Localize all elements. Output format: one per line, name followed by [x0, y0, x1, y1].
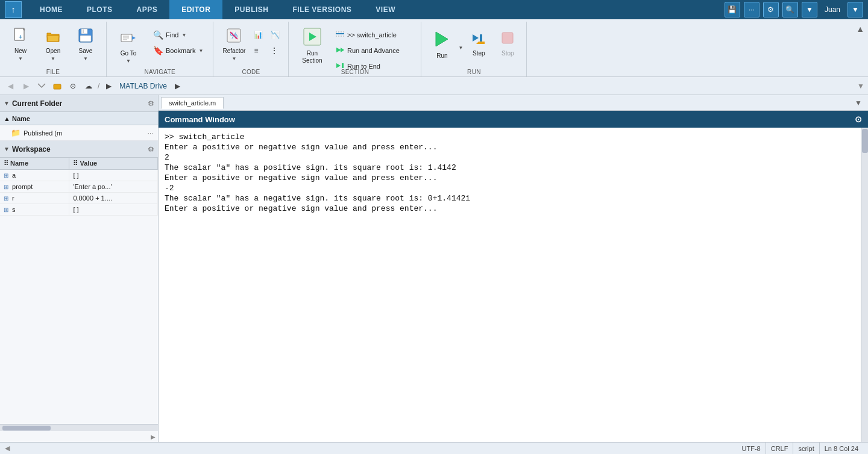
run-label: Run: [436, 52, 447, 60]
open-label: Open: [46, 48, 60, 55]
svg-rect-19: [336, 33, 344, 34]
var-a-name: ⊞ a: [0, 170, 69, 181]
indent1-button[interactable]: 📊: [251, 28, 266, 42]
run-button[interactable]: Run: [426, 26, 458, 63]
open-dropdown-arrow[interactable]: ▼: [50, 55, 56, 63]
path-nav-btn[interactable]: ▶: [171, 79, 184, 93]
browse-folder-button[interactable]: [51, 79, 64, 93]
folder-row-dots[interactable]: ···: [148, 129, 153, 137]
workspace-settings[interactable]: ⚙: [148, 145, 154, 154]
current-folder-settings[interactable]: ⚙: [148, 99, 154, 108]
bookmark-dropdown-arrow[interactable]: ▼: [198, 47, 204, 55]
path-matlab-drive[interactable]: MATLAB Drive: [118, 82, 168, 90]
step-button[interactable]: Step: [465, 26, 492, 60]
tab-plots[interactable]: PLOTS: [75, 0, 125, 19]
file-items: + New ▼ Open ▼: [5, 22, 101, 67]
settings-icon-btn[interactable]: ⚙: [763, 2, 779, 17]
var-s-name: ⊞ s: [0, 204, 69, 216]
col-name-icon: ⠿: [4, 160, 8, 167]
more-icon-btn[interactable]: ···: [744, 2, 760, 17]
bookmark-icon: 🔖: [153, 46, 163, 55]
path-expand-btn[interactable]: ▶: [102, 79, 115, 93]
section-break-icon: [335, 30, 345, 40]
refactor-button[interactable]: % Refactor ▼: [218, 24, 250, 66]
svg-rect-28: [480, 34, 482, 42]
cmd-scrollbar[interactable]: [861, 128, 868, 442]
tab-file-versions[interactable]: FILE VERSIONS: [281, 0, 364, 19]
path-sep1: /: [98, 82, 99, 90]
cmd-line-3: The scalar "a" has a positive sign. its …: [165, 163, 855, 172]
svg-marker-26: [436, 32, 448, 46]
cloud-button[interactable]: ☁: [82, 79, 95, 93]
new-button[interactable]: + New ▼: [5, 24, 36, 66]
var-r-icon: ⊞: [4, 195, 8, 202]
cmd-content[interactable]: >> switch_article Enter a positive or ne…: [159, 128, 861, 442]
forward-button[interactable]: ▶: [19, 79, 33, 93]
var-r-value: 0.0000 + 1....: [69, 193, 158, 204]
search-icon-btn[interactable]: 🔍: [782, 2, 798, 17]
line-ending-seg: CRLF: [766, 443, 793, 455]
workspace-title: Workspace: [12, 145, 145, 154]
svg-marker-10: [132, 36, 136, 40]
tab-publish[interactable]: PUBLISH: [222, 0, 280, 19]
ribbon-collapse-btn[interactable]: ▲: [856, 24, 864, 34]
code-btn4[interactable]: ⋮: [268, 43, 283, 58]
code-btn3[interactable]: ≡: [251, 43, 266, 58]
run-dropdown-arrow[interactable]: ▼: [458, 44, 464, 52]
editor-tab-switch-article[interactable]: switch_article.m: [161, 97, 224, 109]
cmd-line-0: >> switch_article: [165, 132, 855, 141]
published-folder-row[interactable]: 📁 Published (m ···: [0, 125, 158, 141]
status-right: UTF-8 CRLF script Ln 8 Col 24: [737, 443, 863, 455]
goto-dropdown-arrow[interactable]: ▼: [125, 57, 131, 65]
sidebar-scroll-thumb[interactable]: [2, 426, 51, 431]
back-button[interactable]: ◀: [4, 79, 17, 93]
tab-view[interactable]: VIEW: [363, 0, 407, 19]
current-folder-section: ▼ Current Folder ⚙ ▲ Name 📁 Published (m…: [0, 95, 158, 141]
new-dropdown-arrow[interactable]: ▼: [17, 55, 24, 63]
tab-bar-collapse[interactable]: ▼: [851, 99, 866, 107]
arrow-down-icon-btn[interactable]: ▼: [802, 2, 817, 17]
stop-button[interactable]: Stop: [494, 26, 521, 60]
user-dropdown-btn[interactable]: ▼: [848, 2, 863, 17]
menu-tabs: HOME PLOTS APPS EDITOR PUBLISH FILE VERS…: [28, 0, 725, 19]
published-folder-name: Published (m: [24, 129, 62, 137]
bookmark-button[interactable]: 🔖 Bookmark ▼: [149, 43, 208, 58]
cmd-scroll-thumb[interactable]: [862, 129, 868, 153]
scroll-left-arrow[interactable]: ◀: [5, 444, 10, 452]
tab-apps[interactable]: APPS: [125, 0, 170, 19]
history-button[interactable]: ⊙: [66, 79, 80, 93]
tab-bar: switch_article.m ▼: [159, 95, 868, 111]
tab-editor[interactable]: EDITOR: [169, 0, 222, 19]
goto-button[interactable]: Go To ▼: [112, 26, 145, 68]
sidebar-scroll-right-arrow[interactable]: ▶: [151, 434, 156, 440]
find-dropdown-arrow[interactable]: ▼: [181, 31, 187, 39]
indent2-button[interactable]: 📉: [268, 28, 283, 42]
save-button[interactable]: Save ▼: [70, 24, 101, 66]
sidebar-scrollbar[interactable]: [0, 424, 158, 431]
table-row: ⊞ s [ ]: [0, 204, 158, 216]
up-folder-button[interactable]: [35, 79, 48, 93]
workspace-header[interactable]: ▼ Workspace ⚙: [0, 141, 158, 158]
cmd-title: Command Window: [165, 115, 855, 124]
refactor-dropdown-arrow[interactable]: ▼: [231, 55, 237, 63]
cmd-line-4: Enter a positive or negative sign value …: [165, 173, 855, 182]
user-label[interactable]: Juan: [821, 5, 844, 14]
section-break-button[interactable]: >> switch_article: [331, 28, 415, 42]
save-icon-btn[interactable]: 💾: [725, 2, 740, 17]
svg-marker-22: [336, 48, 341, 52]
path-dropdown-arrow[interactable]: ▼: [857, 82, 864, 90]
current-folder-header[interactable]: ▼ Current Folder ⚙: [0, 95, 158, 112]
code-icon4: ⋮: [271, 46, 278, 55]
cmd-collapse-icon[interactable]: ⊙: [855, 114, 862, 124]
new-icon: +: [12, 27, 29, 46]
run-advance-button[interactable]: Run and Advance: [331, 43, 415, 58]
status-left: ◀: [5, 444, 730, 452]
save-dropdown-arrow[interactable]: ▼: [83, 55, 89, 63]
tab-home[interactable]: HOME: [28, 0, 75, 19]
ribbon: + New ▼ Open ▼: [0, 19, 868, 77]
run-section-label: Run Section: [302, 50, 322, 64]
run-section-button[interactable]: Run Section: [295, 24, 330, 67]
open-button[interactable]: Open ▼: [37, 24, 69, 66]
find-button[interactable]: 🔍 Find ▼: [149, 28, 208, 42]
bookmark-label: Bookmark: [166, 47, 196, 54]
